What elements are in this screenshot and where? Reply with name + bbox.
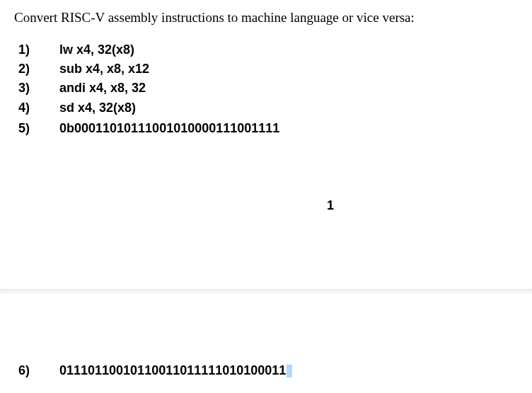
list-item: 2) sub x4, x8, x12 bbox=[18, 60, 518, 78]
items-list: 1) lw x4, 32(x8) 2) sub x4, x8, x12 3) a… bbox=[18, 41, 518, 137]
list-item: 5) 0b00011010111001010000111001111 bbox=[18, 120, 518, 137]
item-text: andi x4, x8, 32 bbox=[59, 79, 518, 97]
item-text: sub x4, x8, x12 bbox=[59, 60, 518, 78]
item-number: 6) bbox=[18, 363, 59, 378]
item-text-value: 01110110010110011011111010100011 bbox=[59, 363, 286, 377]
page-divider bbox=[0, 289, 532, 293]
selection-highlight bbox=[287, 365, 292, 377]
page-number: 1 bbox=[327, 198, 334, 213]
question-prompt: Convert RISC-V assembly instructions to … bbox=[14, 10, 518, 25]
item-number: 4) bbox=[18, 99, 59, 117]
item-number: 2) bbox=[18, 60, 59, 78]
item-text: lw x4, 32(x8) bbox=[59, 41, 518, 59]
list-item: 4) sd x4, 32(x8) bbox=[18, 99, 518, 117]
item-number: 3) bbox=[18, 79, 59, 97]
item-text: sd x4, 32(x8) bbox=[59, 99, 518, 117]
item-text: 01110110010110011011111010100011 bbox=[59, 363, 292, 378]
list-item: 3) andi x4, x8, 32 bbox=[18, 79, 518, 97]
item-number: 5) bbox=[18, 120, 59, 137]
item-text: 0b00011010111001010000111001111 bbox=[59, 120, 518, 137]
list-item: 1) lw x4, 32(x8) bbox=[18, 41, 518, 59]
item-number: 1) bbox=[18, 41, 59, 59]
list-item: 6) 01110110010110011011111010100011 bbox=[18, 363, 292, 378]
